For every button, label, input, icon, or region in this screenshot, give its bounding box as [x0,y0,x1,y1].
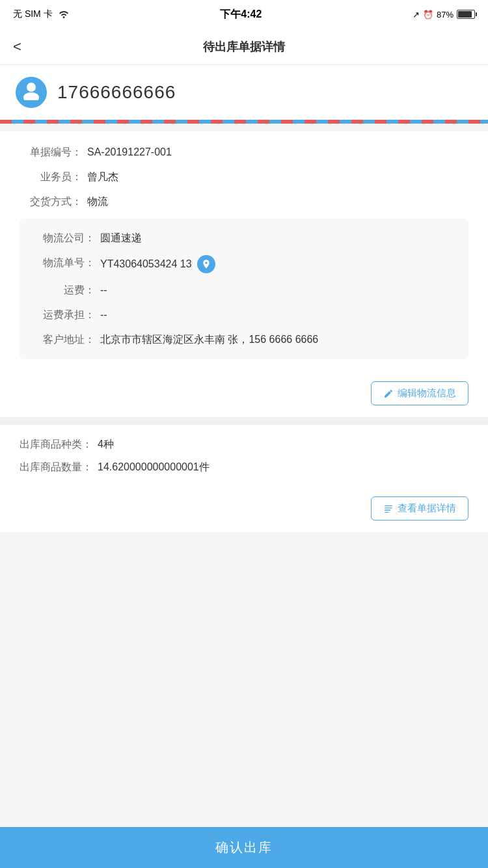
freight-label: 运费： [33,282,95,298]
dashed-divider [0,120,488,124]
view-detail-button[interactable]: 查看单据详情 [371,496,468,521]
goods-quantity-value: 14.620000000000001件 [98,461,210,474]
freight-bearer-row: 运费承担： -- [33,307,455,323]
order-number-label: 单据编号： [20,144,82,160]
location-icon: ↗ [413,10,420,20]
logistics-tracking-value: YT43064053424 13 [100,255,455,273]
battery-percent: 87% [437,10,454,20]
svg-point-0 [27,83,36,92]
svg-rect-3 [385,508,392,508]
freight-bearer-value: -- [100,307,455,323]
order-number-row: 单据编号： SA-20191227-001 [20,144,468,160]
svg-rect-2 [385,505,392,506]
logistics-card: 物流公司： 圆通速递 物流单号： YT43064053424 13 运费： --… [20,219,468,359]
goods-types-label: 出库商品种类： [20,438,92,452]
svg-rect-5 [385,511,389,512]
confirm-outbound-button[interactable]: 确认出库 [0,839,488,856]
salesman-row: 业务员： 曾凡杰 [20,169,468,185]
logistics-company-value: 圆通速递 [100,230,455,246]
avatar [16,77,47,108]
goods-quantity-row: 出库商品数量： 14.620000000000001件 [20,461,468,474]
status-right: ↗ ⏰ 87% [413,10,475,20]
alarm-icon: ⏰ [423,10,433,20]
logistics-tracking-label: 物流单号： [33,255,95,271]
goods-types-row: 出库商品种类： 4种 [20,438,468,452]
goods-section: 出库商品种类： 4种 出库商品数量： 14.620000000000001件 [0,425,488,487]
order-info-section: 单据编号： SA-20191227-001 业务员： 曾凡杰 交货方式： 物流 … [0,131,488,372]
salesman-value: 曾凡杰 [87,169,468,185]
status-left: 无 SIM 卡 [13,8,70,20]
edit-logistics-button[interactable]: 编辑物流信息 [371,381,468,405]
freight-row: 运费： -- [33,282,455,298]
user-icon [21,81,41,105]
track-location-button[interactable] [197,255,215,273]
status-time: 下午4:42 [220,8,262,21]
edit-btn-row: 编辑物流信息 [0,372,488,417]
customer-header: 17666666666 [0,65,488,120]
address-label: 客户地址： [33,332,95,347]
logistics-company-label: 物流公司： [33,230,95,246]
page-title: 待出库单据详情 [203,39,285,55]
goods-types-value: 4种 [98,438,114,452]
goods-quantity-label: 出库商品数量： [20,461,92,474]
delivery-row: 交货方式： 物流 [20,194,468,210]
salesman-label: 业务员： [20,169,82,185]
sim-label: 无 SIM 卡 [13,8,53,20]
freight-bearer-label: 运费承担： [33,307,95,323]
battery-icon [457,10,475,19]
address-row: 客户地址： 北京市市辖区海淀区永丰南 张，156 6666 6666 [33,332,455,347]
confirm-btn-wrap: 确认出库 [0,827,488,868]
logistics-tracking-row: 物流单号： YT43064053424 13 [33,255,455,273]
address-value: 北京市市辖区海淀区永丰南 张，156 6666 6666 [100,332,455,347]
bottom-spacer [0,532,488,649]
logistics-company-row: 物流公司： 圆通速递 [33,230,455,246]
wifi-icon [58,9,70,20]
order-number-value: SA-20191227-001 [87,144,468,160]
svg-point-1 [23,92,39,100]
customer-phone: 17666666666 [57,82,176,103]
view-detail-row: 查看单据详情 [0,487,488,532]
status-bar: 无 SIM 卡 下午4:42 ↗ ⏰ 87% [0,0,488,29]
nav-bar: < 待出库单据详情 [0,29,488,65]
delivery-value: 物流 [87,194,468,210]
back-button[interactable]: < [8,33,27,61]
delivery-label: 交货方式： [20,194,82,210]
section-separator [0,417,488,425]
svg-rect-4 [385,509,390,510]
freight-value: -- [100,282,455,298]
